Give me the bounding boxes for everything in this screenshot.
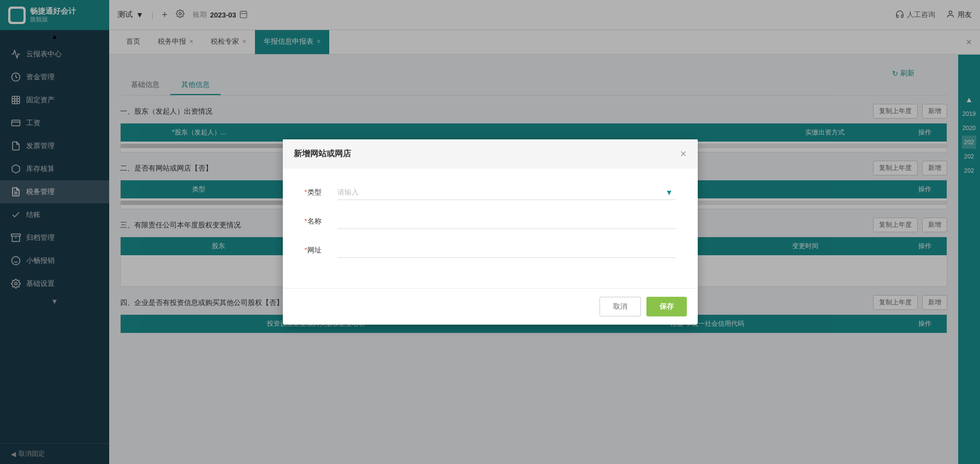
form-label-name: *名称: [305, 216, 337, 226]
form-control-type: ▼: [337, 185, 676, 200]
form-row-type: *类型 ▼: [305, 185, 676, 200]
url-input[interactable]: [337, 243, 676, 258]
form-label-type: *类型: [305, 187, 337, 197]
save-button[interactable]: 保存: [646, 297, 687, 316]
type-input[interactable]: [337, 185, 676, 200]
form-row-url: *网址: [305, 243, 676, 258]
modal-close-button[interactable]: ×: [680, 148, 687, 159]
form-label-url: *网址: [305, 245, 337, 255]
modal-overlay[interactable]: 新增网站或网店 × *类型 ▼ *名称: [0, 0, 980, 464]
modal-title: 新增网站或网店: [294, 149, 351, 159]
required-asterisk2: *: [305, 217, 307, 225]
cancel-button[interactable]: 取消: [599, 297, 641, 316]
required-asterisk: *: [305, 188, 307, 196]
dropdown-icon[interactable]: ▼: [666, 188, 673, 197]
modal-body: *类型 ▼ *名称 *网址: [283, 168, 698, 288]
modal-add-website: 新增网站或网店 × *类型 ▼ *名称: [283, 139, 698, 325]
form-control-name: [337, 214, 676, 229]
modal-footer: 取消 保存: [283, 288, 698, 325]
form-row-name: *名称: [305, 214, 676, 229]
name-input[interactable]: [337, 214, 676, 229]
required-asterisk3: *: [305, 246, 307, 254]
modal-header: 新增网站或网店 ×: [283, 139, 698, 168]
form-control-url: [337, 243, 676, 258]
